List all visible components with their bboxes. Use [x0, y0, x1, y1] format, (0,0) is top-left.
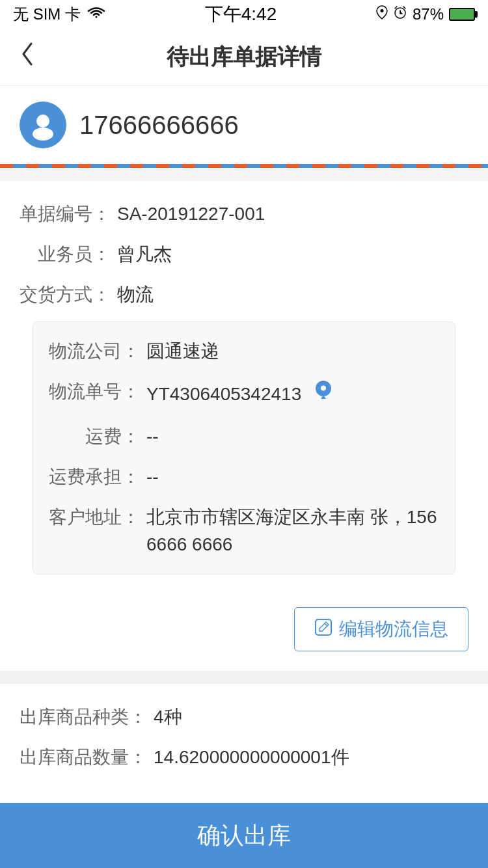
logistics-company-label: 物流公司： — [49, 338, 140, 365]
status-time: 下午4:42 — [205, 2, 277, 27]
goods-section: 出库商品种类： 4种 出库商品数量： 14.620000000000001件 — [0, 684, 488, 791]
section-divider-1 — [0, 671, 488, 684]
edit-logistics-button[interactable]: 编辑物流信息 — [294, 607, 468, 651]
tracking-row: 物流单号： YT4306405342413 — [49, 378, 439, 410]
dashed-divider — [0, 164, 488, 168]
svg-point-3 — [33, 128, 53, 141]
nav-bar: 待出库单据详情 — [0, 29, 488, 86]
goods-type-row: 出库商品种类： 4种 — [20, 703, 468, 731]
status-bar: 无 SIM 卡 下午4:42 — [0, 0, 488, 29]
sales-person-value: 曾凡杰 — [117, 241, 468, 268]
svg-point-5 — [321, 386, 326, 391]
edit-icon — [314, 618, 332, 641]
battery-percent: 87% — [413, 5, 444, 23]
freight-label: 运费： — [49, 423, 140, 450]
confirm-btn-text: 确认出库 — [197, 820, 291, 852]
logistics-card: 物流公司： 圆通速递 物流单号： YT4306405342413 — [33, 321, 455, 575]
alarm-status-icon — [393, 5, 407, 23]
logistics-company-row: 物流公司： 圆通速递 — [49, 338, 439, 365]
avatar — [20, 102, 66, 148]
goods-quantity-label: 出库商品数量： — [20, 744, 147, 771]
order-number-row: 单据编号： SA-20191227-001 — [20, 200, 468, 228]
sales-person-row: 业务员： 曾凡杰 — [20, 241, 468, 268]
tracking-value: YT4306405342413 — [146, 378, 439, 410]
location-status-icon — [376, 5, 388, 23]
address-label: 客户地址： — [49, 504, 140, 531]
wifi-icon — [87, 5, 105, 23]
address-row: 客户地址： 北京市市辖区海淀区永丰南 张，156 6666 6666 — [49, 504, 439, 558]
delivery-method-row: 交货方式： 物流 — [20, 281, 468, 308]
back-button[interactable] — [20, 41, 35, 73]
svg-rect-7 — [316, 619, 331, 635]
freight-row: 运费： -- — [49, 423, 439, 450]
sales-person-label: 业务员： — [20, 241, 111, 268]
user-phone: 17666666666 — [79, 111, 239, 140]
delivery-method-label: 交货方式： — [20, 281, 111, 308]
user-header: 17666666666 — [0, 86, 488, 164]
address-value: 北京市市辖区海淀区永丰南 张，156 6666 6666 — [146, 504, 439, 558]
svg-point-0 — [380, 9, 383, 12]
status-left: 无 SIM 卡 — [13, 4, 105, 25]
edit-logistics-label: 编辑物流信息 — [339, 617, 448, 642]
tracking-location-icon[interactable] — [312, 378, 335, 410]
order-number-label: 单据编号： — [20, 200, 111, 228]
order-number-value: SA-20191227-001 — [117, 200, 468, 228]
page-title: 待出库单据详情 — [167, 42, 321, 72]
goods-type-label: 出库商品种类： — [20, 703, 147, 731]
goods-type-value: 4种 — [154, 703, 468, 731]
logistics-company-value: 圆通速递 — [146, 338, 439, 365]
status-right: 87% — [376, 5, 475, 23]
freight-bearer-value: -- — [146, 463, 439, 491]
goods-quantity-value: 14.620000000000001件 — [154, 744, 468, 771]
battery-icon — [449, 8, 475, 21]
freight-bearer-row: 运费承担： -- — [49, 463, 439, 491]
freight-bearer-label: 运费承担： — [49, 463, 140, 491]
tracking-label: 物流单号： — [49, 378, 140, 405]
delivery-method-value: 物流 — [117, 281, 468, 308]
order-info-section: 单据编号： SA-20191227-001 业务员： 曾凡杰 交货方式： 物流 … — [0, 181, 488, 594]
carrier-text: 无 SIM 卡 — [13, 4, 81, 25]
svg-point-2 — [36, 115, 49, 128]
goods-quantity-row: 出库商品数量： 14.620000000000001件 — [20, 744, 468, 771]
confirm-btn-container[interactable]: 确认出库 — [0, 803, 488, 868]
edit-btn-container: 编辑物流信息 — [0, 594, 488, 671]
freight-value: -- — [146, 423, 439, 450]
